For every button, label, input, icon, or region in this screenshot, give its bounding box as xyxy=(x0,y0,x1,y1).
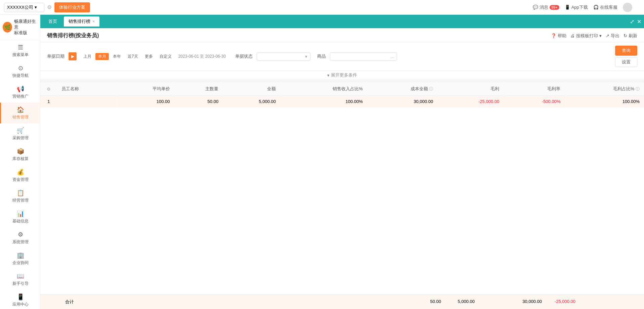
sidebar-item-app-center[interactable]: 📱 应用中心 xyxy=(0,290,40,309)
tab-close-icon[interactable]: × xyxy=(92,19,95,24)
expand-conditions-button[interactable]: ▾ 展开更多条件 xyxy=(327,72,357,78)
sidebar-item-inventory[interactable]: 📦 库存核算 xyxy=(0,144,40,165)
page-header-actions: ❓ 帮助 🖨 按模板打印 ▾ ↗ 导出 ↻ 刷新 xyxy=(551,33,637,39)
company-name: XXXXXX公司 xyxy=(7,4,33,10)
expand-icon: ▾ xyxy=(327,73,330,78)
cell-employee xyxy=(57,96,116,108)
sidebar-item-finance[interactable]: 💰 资金管理 xyxy=(0,165,40,186)
cell-gross-pct: 100.00% xyxy=(565,96,644,108)
status-select[interactable]: ▾ xyxy=(257,52,310,61)
print-button[interactable]: 🖨 按模板打印 ▾ xyxy=(570,33,602,39)
guide-icon: 📖 xyxy=(17,272,24,280)
date-tab-current-year[interactable]: 本年 xyxy=(110,53,124,60)
sidebar-item-guide[interactable]: 📖 新手引导 xyxy=(0,269,40,290)
settings-button[interactable]: 设置 xyxy=(615,57,637,67)
sidebar: 🌿 畅康通好生意 标准版 ☰ 搜索菜单 ⊙ 快捷导航 📢 营销推广 🏠 销售管理… xyxy=(0,15,40,309)
col-cost: 成本全额 ⓘ xyxy=(367,83,437,96)
date-tab-7days[interactable]: 近7天 xyxy=(125,53,141,60)
tab-sales-ranking[interactable]: 销售排行榜 × xyxy=(64,16,99,27)
expand-bar: ▾ 展开更多条件 xyxy=(40,71,644,80)
cell-avg-price: 100.00 xyxy=(116,96,174,108)
refresh-button[interactable]: ↻ 刷新 xyxy=(624,33,637,39)
sidebar-item-purchase[interactable]: 🛒 采购管理 xyxy=(0,123,40,144)
expand-label: 展开更多条件 xyxy=(331,72,357,78)
col-settings: ⚙ xyxy=(40,83,57,96)
online-service-button[interactable]: 🎧 在线客服 xyxy=(593,4,617,10)
marketing-icon: 📢 xyxy=(17,85,24,93)
avatar[interactable] xyxy=(623,3,632,12)
page-content: 销售排行榜(按业务员) ❓ 帮助 🖨 按模板打印 ▾ ↗ 导出 xyxy=(40,28,644,309)
col-amount: 全额 xyxy=(223,83,280,96)
app-download-label: App下载 xyxy=(571,4,588,10)
sidebar-item-enterprise[interactable]: 🏢 企业协同 xyxy=(0,248,40,269)
cell-gross-rate: -500.00% xyxy=(504,96,565,108)
table-container: ⚙ 员工名称 平均单价 主数量 全额 销售收入占比% 成本全额 ⓘ 毛利 xyxy=(40,83,644,295)
sidebar-item-quick-nav[interactable]: ⊙ 快捷导航 xyxy=(0,61,40,82)
window-minimize-icon[interactable]: ⤢ xyxy=(630,18,634,25)
chevron-down-icon: ▾ xyxy=(35,5,37,10)
cell-main-qty: 50.00 xyxy=(174,96,223,108)
enterprise-icon: 🏢 xyxy=(17,252,24,259)
date-tab-custom[interactable]: 自定义 xyxy=(157,53,174,60)
page-title: 销售排行榜(按业务员) xyxy=(47,32,99,39)
col-gross-pct: 毛利占比% ⓘ xyxy=(565,83,644,96)
col-sales-pct: 销售收入占比% xyxy=(280,83,367,96)
page-header: 销售排行榜(按业务员) ❓ 帮助 🖨 按模板打印 ▾ ↗ 导出 xyxy=(40,28,644,42)
footer-amount: 5,000.00 xyxy=(445,298,479,306)
footer-empty xyxy=(44,298,61,306)
date-tab-current-month[interactable]: 本月 xyxy=(95,53,109,60)
export-button[interactable]: ↗ 导出 xyxy=(606,33,619,39)
sidebar-item-operations[interactable]: 📋 经营管理 xyxy=(0,186,40,207)
footer-gross-pct xyxy=(610,298,640,306)
goods-more-icon[interactable]: ... xyxy=(390,54,394,59)
basic-info-icon: 📊 xyxy=(17,210,24,217)
quick-nav-icon: ⊙ xyxy=(18,64,23,72)
top-bar: XXXXXX公司 ▾ ⚙ 体验行业方案 💬 消息 99+ 📱 App下载 🎧 在… xyxy=(0,0,644,15)
footer-main-qty: 50.00 xyxy=(418,298,445,306)
table-row[interactable]: 1 100.00 50.00 5,000.00 100.00% 30,000.0… xyxy=(40,96,644,108)
company-selector[interactable]: XXXXXX公司 ▾ xyxy=(4,3,44,12)
sidebar-logo: 🌿 畅康通好生意 标准版 xyxy=(0,15,40,40)
export-icon: ↗ xyxy=(606,33,609,38)
sidebar-item-basic-info[interactable]: 📊 基础信息 xyxy=(0,207,40,227)
collapse-icon: ▶ xyxy=(71,54,74,59)
logo-text: 畅康通好生意 标准版 xyxy=(14,19,37,36)
col-avg-price: 平均单价 xyxy=(116,83,174,96)
date-tabs: 上月 本月 本年 近7天 更多 自定义 xyxy=(81,53,174,60)
sidebar-item-marketing[interactable]: 📢 营销推广 xyxy=(0,82,40,103)
service-icon: 🎧 xyxy=(593,5,599,10)
footer-cost: 30,000.00 xyxy=(512,298,546,306)
sidebar-item-system[interactable]: ⚙ 系统管理 xyxy=(0,227,40,248)
help-button[interactable]: ❓ 帮助 xyxy=(551,33,566,39)
goods-input[interactable]: ... xyxy=(330,52,397,61)
search-menu-icon: ☰ xyxy=(18,44,23,51)
cell-gross: -25,000.00 xyxy=(437,96,504,108)
sidebar-item-search[interactable]: ☰ 搜索菜单 xyxy=(0,40,40,61)
trial-button[interactable]: 体验行业方案 xyxy=(54,2,90,12)
tab-bar-actions: ⤢ ✕ xyxy=(630,18,641,25)
user-name[interactable] xyxy=(638,5,640,10)
column-settings-icon[interactable]: ⚙ xyxy=(47,87,51,92)
refresh-icon: ↻ xyxy=(624,33,627,38)
search-button[interactable]: 查询 xyxy=(615,46,637,56)
tab-bar: 首页 销售排行榜 × ⤢ ✕ xyxy=(40,15,644,28)
sales-ranking-table: ⚙ 员工名称 平均单价 主数量 全额 销售收入占比% 成本全额 ⓘ 毛利 xyxy=(40,83,644,108)
print-icon: 🖨 xyxy=(570,33,575,38)
date-label: 单据日期 xyxy=(47,53,65,59)
cell-amount: 5,000.00 xyxy=(223,96,280,108)
date-tab-more[interactable]: 更多 xyxy=(142,53,156,60)
filter-collapse-btn[interactable]: ▶ xyxy=(69,52,77,60)
status-chevron-icon: ▾ xyxy=(305,54,307,59)
gear-settings-icon[interactable]: ⚙ xyxy=(47,4,52,10)
messages-button[interactable]: 💬 消息 99+ xyxy=(533,4,559,10)
date-range: 2023-06-01 至 2023-06-30 xyxy=(178,54,226,59)
table-body: 1 100.00 50.00 5,000.00 100.00% 30,000.0… xyxy=(40,96,644,108)
window-close-icon[interactable]: ✕ xyxy=(637,18,641,25)
date-tab-last-month[interactable]: 上月 xyxy=(81,53,94,60)
sidebar-item-sales[interactable]: 🏠 销售管理 xyxy=(0,103,40,123)
footer-gross-rate xyxy=(579,298,610,306)
app-download-button[interactable]: 📱 App下载 xyxy=(565,4,588,10)
gross-pct-info-icon[interactable]: ⓘ xyxy=(636,87,640,91)
cost-info-icon[interactable]: ⓘ xyxy=(429,87,433,91)
tab-home[interactable]: 首页 xyxy=(43,16,62,27)
